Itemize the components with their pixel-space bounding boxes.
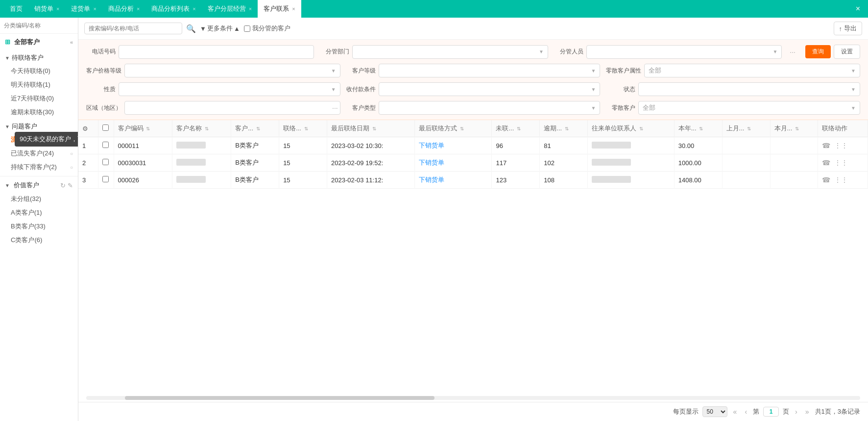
page-size-select[interactable]: 50 20 100 — [702, 406, 727, 417]
my-customers-checkbox[interactable] — [244, 25, 250, 32]
td-unit-contact — [588, 137, 674, 154]
more-action-icon-0[interactable]: ⋮⋮ — [834, 142, 848, 149]
sort-contact-icon[interactable]: ⇅ — [304, 126, 308, 131]
more-action-icon-2[interactable]: ⋮⋮ — [834, 176, 848, 184]
phone-input[interactable] — [119, 45, 314, 59]
last-method-link-1[interactable]: 下销货单 — [419, 159, 444, 166]
filter-search-input[interactable] — [84, 23, 182, 34]
last-method-link-2[interactable]: 下销货单 — [419, 176, 444, 183]
nav-product-analysis[interactable]: 商品分析 × — [102, 0, 145, 18]
phone-action-icon-2[interactable]: ☎ — [822, 176, 830, 184]
filter-row-2: 客户价格等级 ▼ 客户等级 ▼ 零散客户属性 全部 — [86, 64, 860, 77]
nav-product-analysis-close[interactable]: × — [137, 6, 140, 12]
nav-purchase-close[interactable]: × — [93, 6, 96, 12]
sidebar-group-problem[interactable]: ▼ 问题客户 — [0, 119, 78, 133]
status-select[interactable]: ▼ — [638, 82, 860, 96]
zero-customer-select[interactable]: 全部 ▼ — [638, 101, 860, 115]
scroll-thumb[interactable] — [125, 396, 434, 400]
export-button[interactable]: ↑ 导出 — [834, 22, 863, 35]
region-select[interactable]: ··· — [124, 101, 340, 115]
row-checkbox-2[interactable] — [102, 176, 109, 182]
sidebar-item-7days[interactable]: 近7天待联络(0) — [0, 92, 78, 105]
edit-icon[interactable]: ✎ — [68, 182, 73, 189]
query-button[interactable]: 查询 — [805, 45, 831, 58]
th-settings[interactable]: ⚙ — [78, 120, 98, 137]
sidebar-item-churned[interactable]: 已流失客户(24) ○ — [0, 147, 78, 160]
row-checkbox-0[interactable] — [102, 142, 109, 148]
next-page-button[interactable]: › — [793, 407, 799, 417]
filter-search-button[interactable]: 🔍 — [186, 24, 196, 33]
td-check[interactable] — [98, 154, 114, 172]
sidebar-item-today[interactable]: 今天待联络(0) — [0, 64, 78, 78]
sidebar-collapse-icon[interactable]: « — [70, 39, 73, 45]
first-page-button[interactable]: « — [731, 407, 739, 417]
nav-sales[interactable]: 销货单 × — [28, 0, 65, 18]
sort-last-month-icon[interactable]: ⇅ — [747, 126, 751, 131]
nav-product-analysis-list-close[interactable]: × — [193, 6, 195, 12]
more-action-icon-1[interactable]: ⋮⋮ — [834, 159, 848, 167]
sidebar-search-input[interactable] — [4, 22, 77, 29]
td-last-method[interactable]: 下销货单 — [414, 137, 492, 154]
nav-product-analysis-list[interactable]: 商品分析列表 × — [145, 0, 201, 18]
sidebar-item-classB[interactable]: B类客户(33) — [0, 220, 78, 233]
nav-customer-layered-close[interactable]: × — [249, 6, 252, 12]
refresh-icon[interactable]: ↻ — [60, 182, 66, 189]
sort-unit-contact-icon[interactable]: ⇅ — [639, 126, 643, 131]
sidebar-all-customers[interactable]: ⊞ 全部客户 « — [0, 34, 78, 50]
price-level-select[interactable]: ▼ — [124, 64, 340, 77]
sidebar-item-classA[interactable]: A类客户(1) — [0, 206, 78, 220]
td-check[interactable] — [98, 137, 114, 154]
sidebar-item-tomorrow[interactable]: 明天待联络(1) — [0, 78, 78, 92]
settings-button[interactable]: 设置 — [834, 45, 860, 59]
th-checkbox[interactable] — [98, 120, 114, 137]
sidebar-item-overdue[interactable]: 逾期未联络(30) — [0, 105, 78, 119]
nav-customer-layered[interactable]: 客户分层经营 × — [202, 0, 258, 18]
payment-select[interactable]: ▼ — [379, 82, 601, 96]
sort-last-date-icon[interactable]: ⇅ — [372, 126, 376, 131]
close-all-button[interactable]: × — [852, 4, 864, 13]
sort-this-year-icon[interactable]: ⇅ — [699, 126, 703, 131]
nav-home[interactable]: 首页 — [4, 0, 28, 18]
td-last-method[interactable]: 下销货单 — [414, 172, 492, 189]
sidebar-item-ungrouped[interactable]: 未分组(32) — [0, 192, 78, 206]
zero-attr-select[interactable]: 全部 ▼ — [644, 64, 860, 77]
sort-this-month-icon[interactable]: ⇅ — [795, 126, 799, 131]
prev-page-button[interactable]: ‹ — [743, 407, 749, 417]
sort-type-icon[interactable]: ⇅ — [256, 126, 260, 131]
sort-last-method-icon[interactable]: ⇅ — [460, 126, 464, 131]
sort-overdue-icon[interactable]: ⇅ — [565, 126, 569, 131]
level-select[interactable]: ▼ — [379, 64, 601, 77]
more-fields-dots[interactable]: ··· — [790, 48, 796, 56]
my-customers-filter[interactable]: 我分管的客户 — [244, 24, 290, 33]
sidebar-item-classC[interactable]: C类客户(6) — [0, 233, 78, 247]
nav-sales-close[interactable]: × — [56, 6, 59, 12]
page-input[interactable] — [763, 407, 779, 417]
person-select[interactable]: ▼ — [586, 45, 782, 59]
sort-code-icon[interactable]: ⇅ — [146, 126, 150, 131]
td-this-month — [770, 137, 818, 154]
nav-customer-contact[interactable]: 客户联系 × — [258, 0, 301, 18]
sort-uncontact-icon[interactable]: ⇅ — [517, 126, 521, 131]
phone-action-icon-1[interactable]: ☎ — [822, 159, 830, 167]
phone-action-icon-0[interactable]: ☎ — [822, 142, 830, 149]
chevron-down-icon-10: ▼ — [851, 105, 856, 111]
sort-name-icon[interactable]: ⇅ — [205, 126, 209, 131]
nav-purchase[interactable]: 进货单 × — [65, 0, 102, 18]
last-page-button[interactable]: » — [803, 407, 811, 417]
last-method-link-0[interactable]: 下销货单 — [419, 142, 444, 149]
sidebar-group-value[interactable]: ▼ 价值客户 ↻ ✎ — [0, 178, 78, 192]
td-last-method[interactable]: 下销货单 — [414, 154, 492, 172]
department-select[interactable]: ▼ — [352, 45, 548, 59]
nav-customer-contact-close[interactable]: × — [292, 6, 295, 12]
sidebar-search-bar: 🔍 — [0, 18, 78, 34]
filter-more-conditions[interactable]: ▼ 更多条件 ▲ — [200, 24, 240, 33]
select-all-checkbox[interactable] — [102, 124, 109, 131]
horizontal-scrollbar[interactable] — [86, 396, 860, 400]
customer-type-select[interactable]: ▼ — [379, 101, 601, 115]
region-dots[interactable]: ··· — [332, 104, 338, 112]
nature-select[interactable]: ▼ — [119, 82, 340, 96]
sidebar-item-declining[interactable]: 持续下滑客户(2) ○ — [0, 160, 78, 174]
sidebar-group-pending[interactable]: ▼ 待联络客户 — [0, 50, 78, 64]
row-checkbox-1[interactable] — [102, 159, 109, 165]
td-check[interactable] — [98, 172, 114, 189]
